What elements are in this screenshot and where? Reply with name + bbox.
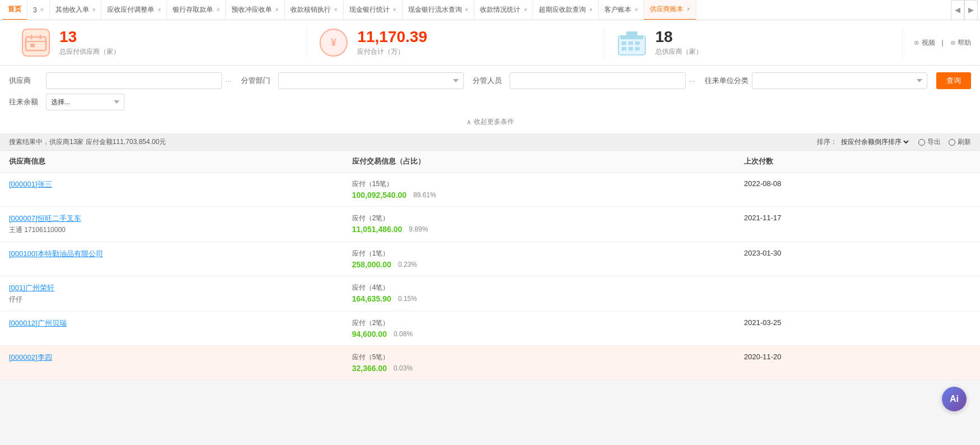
tx-amount-row: 100,092,540.0089.61%	[352, 191, 726, 200]
video-link[interactable]: ⊙ 视频	[914, 38, 935, 48]
nav-tab-collection-stat[interactable]: 收款情况统计 ×	[474, 0, 533, 20]
nav-arrow-left[interactable]: ◀	[951, 0, 964, 20]
close-icon[interactable]: ×	[40, 7, 44, 13]
nav-tab-pre-charge[interactable]: 预收冲应收单 ×	[226, 0, 285, 20]
collapse-bar: ∧ 收起更多条件	[9, 115, 971, 129]
last-pay-cell: 2023-01-30	[735, 242, 980, 276]
supplier-link[interactable]: [000007]恒旺二手叉车	[9, 214, 81, 222]
supplier-link[interactable]: [000001]张三	[9, 180, 52, 188]
sort-select[interactable]: 按应付余额倒序排序 按应付余额升序排序	[839, 137, 910, 146]
svg-rect-10	[622, 41, 626, 45]
supplier-ellipsis-icon[interactable]: ···	[225, 76, 232, 85]
balance-select[interactable]: 选择...	[46, 94, 124, 110]
tx-label: 应付（5笔）	[352, 353, 726, 362]
filter-row-1: 供应商 ··· 分管部门 分管人员 ··· 往来单位分类 查询	[9, 72, 971, 89]
supplier-payable-icon	[20, 27, 52, 58]
nav-tab-cash-bank-stat[interactable]: 现金银行统计 ×	[344, 0, 403, 20]
close-icon[interactable]: ×	[589, 7, 593, 13]
table-row: [000007]恒旺二手叉车王通 17106110000应付（2笔）11,051…	[0, 207, 980, 242]
payable-amount-value: 11,170.39	[357, 29, 427, 45]
tx-amount-row: 164,635.900.15%	[352, 294, 726, 303]
supplier-link[interactable]: [000012]广州贝瑞	[9, 319, 67, 327]
table-row: [000012]广州贝瑞应付（2笔）94,600.000.08%2021-03-…	[0, 312, 980, 346]
tx-info-cell: 应付（2笔）11,051,486.009.89%	[343, 207, 735, 242]
nav-tab-overdue-label: 超期应收款查询	[539, 5, 586, 15]
tx-amount[interactable]: 258,000.00	[352, 260, 391, 269]
nav-tab-collection[interactable]: 收款核销执行 ×	[285, 0, 344, 20]
svg-rect-11	[628, 41, 633, 45]
supplier-link[interactable]: [000002]李四	[9, 353, 52, 361]
dept-select[interactable]	[278, 72, 464, 89]
nav-tab-collection-label: 收款核销执行	[290, 5, 331, 15]
tx-amount[interactable]: 94,600.00	[352, 330, 387, 339]
nav-arrow-right[interactable]: ▶	[964, 0, 978, 20]
summary-links: ⊙ 视频 | ⊙ 帮助	[903, 38, 971, 48]
payable-suppliers-label: 总应付供应商（家）	[59, 47, 120, 57]
total-suppliers-label: 总供应商（家）	[655, 47, 702, 57]
export-button[interactable]: 导出	[918, 137, 941, 147]
supplier-input[interactable]	[46, 72, 222, 89]
supplier-info-cell: [000100]本特勤油品有限公司	[0, 242, 343, 276]
help-link[interactable]: ⊙ 帮助	[950, 38, 971, 48]
tx-info-cell: 应付（4笔）164,635.900.15%	[343, 276, 735, 312]
manager-ellipsis-icon[interactable]: ···	[689, 76, 696, 85]
tx-percent: 0.15%	[398, 295, 417, 303]
supplier-table-container: 供应商信息 应付交易信息（占比） 上次付数 [000001]张三应付（15笔）1…	[0, 151, 980, 380]
last-pay-cell	[735, 276, 980, 312]
collapse-label: 收起更多条件	[474, 117, 514, 127]
tx-info-cell: 应付（5笔）32,366.000.03%	[343, 346, 735, 380]
last-pay-cell: 2021-11-17	[735, 207, 980, 242]
nav-tab-cash-bank-stat-label: 现金银行统计	[349, 5, 390, 15]
table-body: [000001]张三应付（15笔）100,092,540.0089.61%202…	[0, 173, 980, 380]
total-supplier-icon	[616, 27, 648, 58]
close-icon[interactable]: ×	[275, 7, 279, 13]
nav-tab-supplier-account[interactable]: 供应商账本 ×	[644, 0, 696, 20]
refresh-button[interactable]: 刷新	[949, 137, 971, 147]
query-button[interactable]: 查询	[936, 72, 971, 89]
close-icon[interactable]: ×	[465, 7, 469, 13]
nav-tab-home[interactable]: 首页	[2, 0, 27, 20]
filter-unit-category: 往来单位分类	[705, 72, 928, 89]
supplier-link[interactable]: [001]广州荣轩	[9, 284, 54, 292]
nav-tab-3[interactable]: 3 ×	[27, 0, 50, 20]
collapse-button[interactable]: ∧ 收起更多条件	[466, 117, 514, 127]
top-navigation: 首页 3 × 其他收入单 × 应收应付调整单 × 银行存取款单 × 预收冲应收单…	[0, 0, 980, 20]
svg-rect-15	[635, 47, 640, 50]
close-icon[interactable]: ×	[687, 6, 690, 12]
nav-tab-customer-account-label: 客户账本	[604, 5, 631, 15]
nav-tab-ar-adjust[interactable]: 应收应付调整单 ×	[101, 0, 167, 20]
summary-total-suppliers: 18 总供应商（家）	[605, 27, 903, 58]
nav-tab-overdue[interactable]: 超期应收款查询 ×	[533, 0, 599, 20]
close-icon[interactable]: ×	[216, 7, 220, 13]
svg-text:¥: ¥	[331, 37, 336, 48]
last-pay-cell: 2020-11-20	[735, 346, 980, 380]
svg-rect-14	[628, 47, 633, 50]
tx-info-cell: 应付（15笔）100,092,540.0089.61%	[343, 173, 735, 207]
tx-amount[interactable]: 164,635.90	[352, 294, 391, 303]
nav-tab-bank-deposit[interactable]: 银行存取款单 ×	[167, 0, 226, 20]
chevron-up-icon: ∧	[466, 118, 471, 126]
close-icon[interactable]: ×	[635, 7, 638, 13]
tx-amount-row: 32,366.000.03%	[352, 364, 726, 373]
close-icon[interactable]: ×	[393, 7, 396, 13]
close-icon[interactable]: ×	[334, 7, 338, 13]
result-bar-right: 排序： 按应付余额倒序排序 按应付余额升序排序 导出 刷新	[817, 137, 971, 147]
tx-percent: 9.89%	[409, 225, 428, 233]
supplier-link[interactable]: [000100]本特勤油品有限公司	[9, 249, 103, 258]
tx-amount-row: 258,000.000.23%	[352, 260, 726, 269]
tx-amount[interactable]: 100,092,540.00	[352, 191, 406, 200]
table-header: 供应商信息 应付交易信息（占比） 上次付数	[0, 151, 980, 173]
unit-category-select[interactable]	[752, 72, 928, 89]
nav-tab-other-income[interactable]: 其他收入单 ×	[50, 0, 102, 20]
tx-percent: 0.08%	[394, 330, 413, 338]
tx-amount[interactable]: 32,366.00	[352, 364, 387, 373]
close-icon[interactable]: ×	[158, 7, 161, 13]
tx-amount[interactable]: 11,051,486.00	[352, 225, 403, 234]
manager-input[interactable]	[510, 72, 686, 89]
sort-label-text: 排序：	[817, 138, 837, 146]
nav-tab-cash-bank-flow[interactable]: 现金银行流水查询 ×	[403, 0, 475, 20]
nav-tab-home-label: 首页	[8, 4, 21, 14]
close-icon[interactable]: ×	[93, 7, 96, 13]
close-icon[interactable]: ×	[524, 7, 527, 13]
nav-tab-customer-account[interactable]: 客户账本 ×	[599, 0, 644, 20]
